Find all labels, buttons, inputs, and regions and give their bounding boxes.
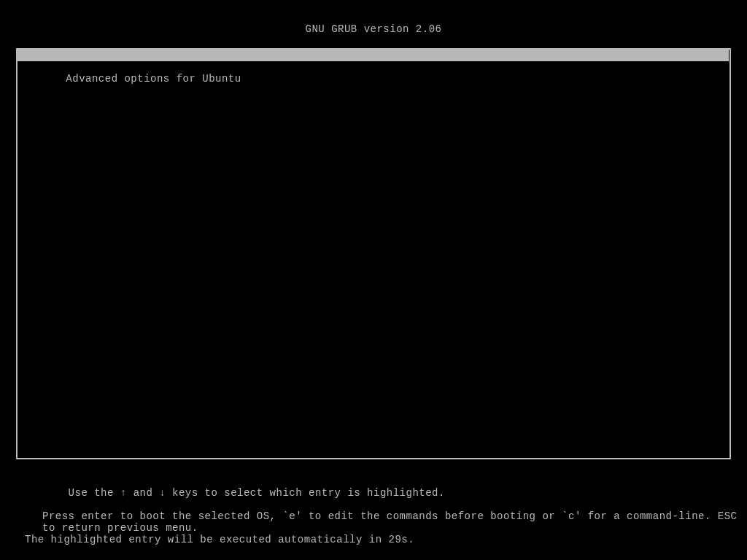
help-line-keys: Press enter to boot the selected OS, `e'… (25, 510, 740, 534)
grub-help-text: Use the ↑ and ↓ keys to select which ent… (25, 475, 740, 545)
grub-title: GNU GRUB version 2.06 (0, 23, 747, 35)
menu-entry-advanced-options[interactable]: Advanced options for Ubuntu (18, 61, 729, 73)
grub-title-text: GNU GRUB version 2.06 (306, 23, 442, 35)
help-text-fragment: Use the (69, 487, 120, 499)
help-text-fragment: and (127, 487, 160, 499)
help-line-countdown: The highlighted entry will be executed a… (25, 534, 740, 545)
menu-entry-label: Advanced options for Ubuntu (59, 73, 241, 85)
up-arrow-icon: ↑ (120, 487, 127, 499)
menu-entry-ubuntu[interactable]: *Ubuntu (18, 50, 729, 61)
menu-entry-label: *Ubuntu (59, 61, 104, 73)
down-arrow-icon: ↓ (159, 487, 166, 499)
grub-menu-box: *Ubuntu Advanced options for Ubuntu (16, 48, 731, 459)
help-line-navigation: Use the ↑ and ↓ keys to select which ent… (25, 475, 740, 510)
help-text-fragment: keys to select which entry is highlighte… (166, 487, 445, 499)
grub-menu-list[interactable]: *Ubuntu Advanced options for Ubuntu (18, 50, 729, 458)
